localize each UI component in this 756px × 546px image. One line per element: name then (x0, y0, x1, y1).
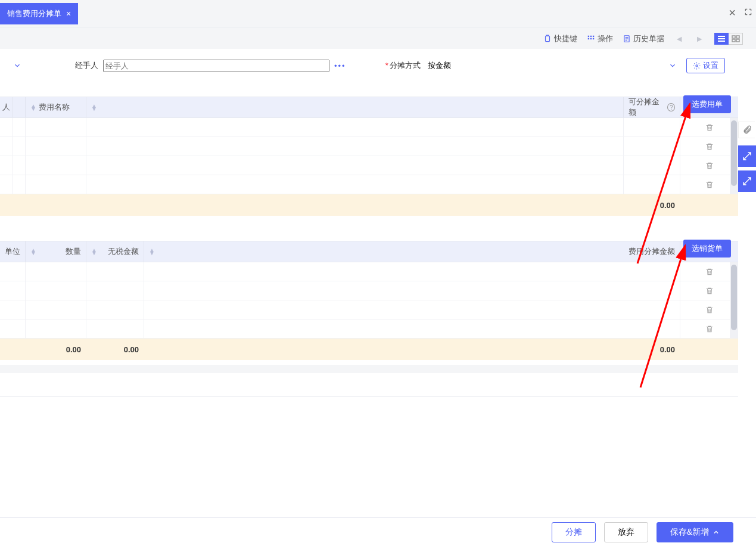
grid-icon (587, 35, 595, 43)
info-icon[interactable]: ? (667, 103, 675, 111)
shortcut-label: 快捷键 (554, 33, 577, 44)
fee-totals: 0.00 (0, 194, 738, 216)
col-dist-amount[interactable]: 可分摊金额 ? (624, 97, 680, 117)
scrollbar[interactable] (730, 262, 738, 339)
next-icon[interactable]: ► (694, 34, 705, 44)
svg-rect-8 (732, 36, 735, 38)
sort-icon: ▲▼ (91, 249, 97, 255)
col-no-tax[interactable]: ▲▼无税金额 (86, 241, 144, 262)
toolbar: 快捷键 操作 历史单据 ◄ ► (0, 27, 756, 49)
attachment-icon[interactable] (738, 122, 755, 138)
svg-rect-5 (590, 38, 592, 39)
footer: 分摊 放弃 保存&新增 (0, 517, 756, 546)
col-dist-amount-label: 可分摊金额 (629, 97, 662, 118)
scrollbar[interactable] (730, 118, 738, 194)
section-sales: 选销货单 单位 ▲▼数量 ▲▼无税金额 ▲▼费用分摊金额 操作 0.00 0.0… (0, 241, 738, 360)
col-unit-label: 单位 (5, 246, 20, 257)
fee-grid-header: 人 ▲▼费用名称 ▲▼ 可分摊金额 ? 操作 (0, 97, 738, 118)
settings-button[interactable]: 设置 (686, 58, 725, 73)
svg-rect-1 (588, 35, 589, 36)
sales-rows (0, 262, 738, 339)
expand-out-icon[interactable] (738, 145, 756, 167)
settings-label: 设置 (703, 60, 718, 71)
gear-icon (693, 62, 701, 70)
col-flex[interactable]: ▲▼ (86, 97, 624, 117)
save-and-new-button[interactable]: 保存&新增 (657, 522, 733, 542)
col-no-tax-label: 无税金额 (99, 246, 139, 257)
window-close-icon[interactable]: × (729, 6, 736, 20)
more-icon[interactable]: ••• (334, 61, 346, 70)
col-qty-label: 数量 (39, 246, 81, 257)
svg-rect-3 (593, 35, 594, 36)
pick-fee-button[interactable]: 选费用单 (683, 95, 731, 113)
col-fee-dist-label: 费用分摊金额 (629, 246, 675, 257)
table-row[interactable] (0, 281, 738, 300)
view-single-icon[interactable] (714, 33, 729, 45)
total-fee-dist: 0.00 (144, 339, 680, 360)
table-row[interactable] (0, 319, 738, 339)
fullscreen-icon[interactable] (744, 8, 752, 18)
tab-title: 销售费用分摊单 (7, 8, 61, 19)
method-label-text: 分摊方式 (390, 61, 421, 70)
pick-sales-button[interactable]: 选销货单 (683, 240, 731, 258)
table-row[interactable] (0, 175, 738, 194)
operate-link[interactable]: 操作 (587, 33, 613, 44)
table-row[interactable] (0, 262, 738, 281)
col-fee-name-label: 费用名称 (39, 102, 70, 113)
form-row: 经手人 ••• *分摊方式 设置 (0, 49, 738, 82)
svg-rect-4 (588, 38, 589, 39)
method-label: *分摊方式 (385, 60, 421, 71)
right-rail (738, 27, 756, 525)
total-qty: 0.00 (26, 339, 86, 360)
col-unit[interactable]: 单位 (0, 241, 26, 262)
history-label: 历史单据 (633, 33, 664, 44)
save-new-label: 保存&新增 (670, 527, 709, 538)
section-fee: 选费用单 人 ▲▼费用名称 ▲▼ 可分摊金额 ? 操作 (0, 97, 738, 216)
svg-point-12 (696, 64, 698, 66)
total-no-tax: 0.00 (86, 339, 144, 360)
doc-icon (623, 35, 631, 43)
svg-rect-10 (732, 39, 735, 42)
method-input[interactable] (425, 60, 652, 72)
col-stub: 人 (0, 97, 13, 117)
sales-totals: 0.00 0.00 0.00 (0, 339, 738, 360)
sort-icon: ▲▼ (30, 249, 36, 255)
total-dist: 0.00 (86, 194, 680, 216)
handler-input[interactable] (103, 60, 329, 72)
window-controls: × (729, 6, 752, 20)
sort-icon: ▲▼ (30, 104, 36, 110)
svg-rect-0 (546, 36, 550, 41)
tab-active[interactable]: 销售费用分摊单 × (0, 3, 78, 24)
chevron-down-icon[interactable] (668, 61, 677, 70)
col-qty[interactable]: ▲▼数量 (26, 241, 86, 262)
main-content: 经手人 ••• *分摊方式 设置 选费用单 人 ▲▼费用名称 ▲▼ 可分摊金额 … (0, 49, 738, 546)
col-stub-text: 人 (2, 102, 10, 113)
discard-button[interactable]: 放弃 (604, 522, 648, 542)
sort-icon: ▲▼ (91, 104, 97, 110)
clipboard-icon (543, 35, 552, 43)
chevron-up-icon (713, 529, 720, 536)
tab-bar: 销售费用分摊单 × × (0, 0, 756, 27)
col-blank (13, 97, 26, 117)
col-fee-name[interactable]: ▲▼费用名称 (26, 97, 86, 117)
table-row[interactable] (0, 156, 738, 175)
table-row[interactable] (0, 137, 738, 156)
history-link[interactable]: 历史单据 (623, 33, 664, 44)
svg-rect-6 (593, 38, 594, 39)
chevron-down-icon[interactable] (13, 61, 21, 70)
table-row[interactable] (0, 300, 738, 319)
svg-rect-2 (590, 35, 592, 36)
fee-rows (0, 118, 738, 194)
operate-label: 操作 (598, 33, 613, 44)
col-fee-dist[interactable]: ▲▼费用分摊金额 (144, 241, 680, 262)
allocate-button[interactable]: 分摊 (552, 522, 596, 542)
expand-in-icon[interactable] (738, 170, 756, 192)
prev-icon[interactable]: ◄ (674, 34, 685, 44)
table-row[interactable] (0, 118, 738, 137)
sales-grid-header: 单位 ▲▼数量 ▲▼无税金额 ▲▼费用分摊金额 操作 (0, 241, 738, 262)
close-icon[interactable]: × (66, 9, 71, 18)
shortcut-link[interactable]: 快捷键 (543, 33, 577, 44)
sort-icon: ▲▼ (149, 249, 155, 255)
handler-label: 经手人 (75, 60, 98, 71)
